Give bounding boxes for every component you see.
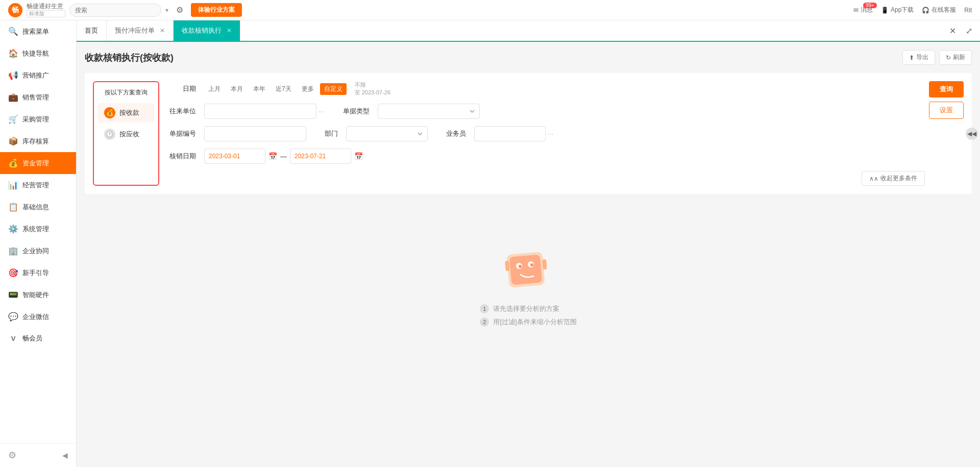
tab-prepay-offset[interactable]: 预付冲应付单 ✕ — [107, 20, 174, 41]
message-button[interactable]: ✉ 消息 99+ — [853, 6, 873, 14]
filter-option-by-receipt[interactable]: 💰 按收款 — [98, 103, 154, 122]
by-receipt-icon: 💰 — [104, 107, 115, 118]
partner-more-icon[interactable]: ··· — [318, 107, 325, 115]
writeoff-end-calendar-icon[interactable]: 📅 — [354, 152, 363, 160]
sidebar-item-enterprise[interactable]: 🏢 企业协同 — [0, 240, 76, 262]
partner-input-group: ··· — [204, 104, 325, 119]
sidebar-item-wechat[interactable]: 💬 企业微信 — [0, 306, 76, 328]
sidebar-item-label: 新手引导 — [22, 268, 49, 278]
by-receivable-icon: 🕐 — [104, 129, 115, 140]
staff-more-icon[interactable]: ··· — [548, 130, 554, 138]
sidebar-item-label: 资金管理 — [22, 159, 49, 168]
partner-input[interactable] — [204, 104, 316, 119]
filter-sidebar: 按以下方案查询 💰 按收款 🕐 按应收 — [93, 81, 159, 186]
filter-partner-row: 往来单位 ··· 单据类型 — [165, 104, 925, 119]
tab-close-all-button[interactable]: ✕ — [945, 23, 960, 38]
page-content: 收款核销执行(按收款) ⬆ 导出 ↻ 刷新 按以下方案查询 — [77, 42, 980, 467]
svg-rect-1 — [509, 254, 543, 285]
sidebar-item-label: 采购管理 — [22, 115, 49, 124]
sidebar-item-search-menu[interactable]: 🔍 搜索菜单 — [0, 20, 76, 42]
query-settings-col: 查询 设置 — [929, 81, 964, 119]
sidebar-item-guide[interactable]: 🎯 新手引导 — [0, 262, 76, 284]
service-icon: 🎧 — [922, 7, 929, 14]
sidebar-collapse-icon[interactable]: ◀ — [62, 451, 68, 459]
bill-type-select[interactable] — [378, 104, 480, 119]
sidebar-item-label: 智能硬件 — [22, 290, 49, 300]
staff-input[interactable] — [474, 126, 546, 141]
sidebar-item-finance[interactable]: 💰 资金管理 — [0, 152, 76, 174]
filter-option-by-receivable[interactable]: 🕐 按应收 — [98, 125, 154, 144]
sidebar-item-inventory[interactable]: 📦 库存核算 — [0, 130, 76, 152]
filter-sidebar-title: 按以下方案查询 — [98, 88, 154, 97]
operations-icon: 📊 — [8, 180, 18, 190]
refresh-button[interactable]: ↻ 刷新 — [939, 50, 972, 65]
dept-select[interactable] — [346, 126, 428, 141]
date-btn-7days[interactable]: 近7天 — [272, 83, 296, 95]
sidebar-item-label: 库存核算 — [22, 137, 49, 146]
date-label: 日期 — [165, 84, 196, 93]
search-menu-icon: 🔍 — [8, 27, 18, 36]
sidebar-item-basic-info[interactable]: 📋 基础信息 — [0, 196, 76, 218]
tab-home-label: 首页 — [85, 26, 98, 35]
collapse-icon: ∧∧ — [869, 175, 878, 182]
empty-icon — [503, 243, 554, 294]
sidebar-item-system[interactable]: ⚙️ 系统管理 — [0, 218, 76, 240]
search-input[interactable] — [69, 4, 161, 17]
sidebar-item-label: 企业协同 — [22, 247, 49, 256]
date-btn-more[interactable]: 更多 — [298, 83, 318, 95]
filter-writeoff-row: 核销日期 📅 — 📅 — [165, 149, 925, 164]
system-icon: ⚙️ — [8, 224, 18, 234]
settings-button[interactable]: 设置 — [929, 102, 964, 119]
empty-hints: 1 请先选择要分析的方案 2 用[过滤]条件来缩小分析范围 — [480, 304, 576, 331]
bill-no-input[interactable] — [204, 126, 306, 141]
date-btn-this-month[interactable]: 本月 — [227, 83, 247, 95]
date-buttons: 上月 本月 本年 近7天 更多 自定义 — [204, 83, 347, 95]
tab-home[interactable]: 首页 — [77, 20, 107, 41]
filter-collapse-button[interactable]: ◀◀ — [966, 128, 978, 140]
collapse-more-button[interactable]: ∧∧ 收起更多条件 — [862, 171, 925, 186]
query-button[interactable]: 查询 — [929, 81, 964, 97]
writeoff-date-end-input[interactable] — [290, 149, 351, 164]
online-service-button[interactable]: 🎧 在线客服 — [922, 6, 956, 14]
sidebar-item-label: 营销推广 — [22, 71, 49, 80]
app-download-button[interactable]: 📱 App下载 — [881, 6, 914, 14]
tab-receipt-offset-close[interactable]: ✕ — [227, 27, 232, 34]
inventory-icon: 📦 — [8, 136, 18, 146]
date-btn-custom[interactable]: 自定义 — [320, 83, 347, 95]
tab-prepay-offset-close[interactable]: ✕ — [160, 27, 165, 34]
sidebar-item-hardware[interactable]: 📟 智能硬件 — [0, 284, 76, 306]
basic-info-icon: 📋 — [8, 202, 18, 212]
sidebar-item-member[interactable]: V 畅会员 — [0, 328, 76, 349]
sidebar-item-quick-nav[interactable]: 🏠 快捷导航 — [0, 42, 76, 64]
filter-option-by-receivable-label: 按应收 — [119, 130, 139, 139]
app-name: 畅捷通好生意 — [27, 3, 63, 10]
quick-nav-icon: 🏠 — [8, 48, 18, 58]
export-button[interactable]: ⬆ 导出 — [902, 50, 935, 65]
bill-type-label: 单据类型 — [343, 107, 370, 116]
tabbar: 首页 预付冲应付单 ✕ 收款核销执行 ✕ ✕ ⤢ — [77, 20, 980, 42]
dropdown-icon[interactable]: ▾ — [165, 7, 168, 14]
tab-prepay-offset-label: 预付冲应付单 — [115, 26, 155, 35]
filter-right: 日期 上月 本月 本年 近7天 更多 自定义 — [165, 81, 964, 186]
settings-icon[interactable]: ⚙ — [173, 3, 187, 17]
sidebar-item-label: 基础信息 — [22, 203, 49, 212]
partner-label: 往来单位 — [165, 107, 196, 116]
writeoff-start-calendar-icon[interactable]: 📅 — [268, 152, 277, 160]
marketing-icon: 📢 — [8, 70, 18, 80]
sidebar-item-marketing[interactable]: 📢 营销推广 — [0, 64, 76, 86]
solution-button[interactable]: 体验行业方案 — [191, 3, 242, 17]
filter-billno-row: 单据编号 部门 业务员 ··· — [165, 126, 925, 141]
writeoff-date-start-input[interactable] — [204, 149, 265, 164]
sidebar-item-purchase[interactable]: 🛒 采购管理 — [0, 108, 76, 130]
sidebar-item-sales[interactable]: 💼 销售管理 — [0, 86, 76, 108]
username-label: Rit — [964, 7, 972, 14]
date-btn-this-year[interactable]: 本年 — [249, 83, 270, 95]
tab-receipt-offset[interactable]: 收款核销执行 ✕ — [174, 20, 240, 41]
sidebar-item-label: 经营管理 — [22, 181, 49, 190]
date-btn-last-month[interactable]: 上月 — [204, 83, 225, 95]
logo-text: 畅 — [12, 6, 19, 15]
page-header: 收款核销执行(按收款) ⬆ 导出 ↻ 刷新 — [85, 50, 972, 65]
tab-expand-button[interactable]: ⤢ — [962, 23, 976, 38]
sidebar-settings-icon[interactable]: ⚙ — [8, 450, 16, 461]
sidebar-item-operations[interactable]: 📊 经营管理 — [0, 174, 76, 196]
